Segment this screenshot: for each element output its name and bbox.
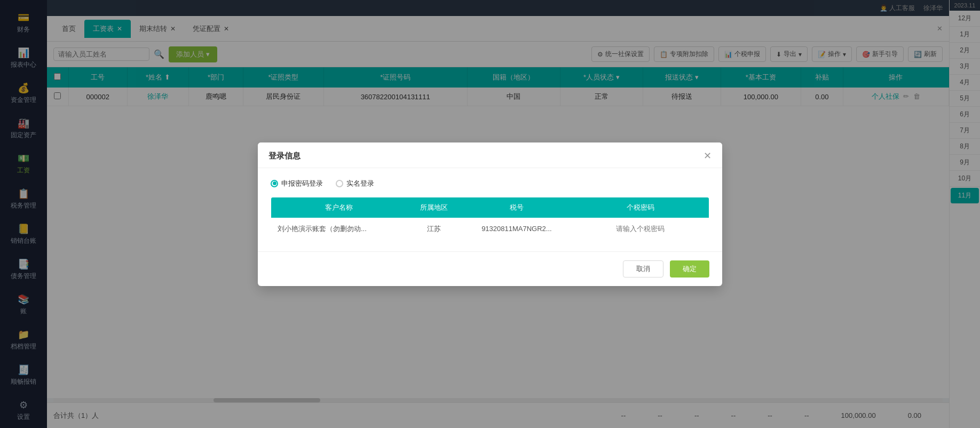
region-cell: 江苏	[407, 218, 461, 241]
tax-password-cell[interactable]	[572, 218, 709, 241]
login-method-group: 申报密码登录 实名登录	[271, 179, 709, 188]
realname-login-label: 实名登录	[346, 179, 374, 188]
dialog-overlay: 登录信息 ✕ 申报密码登录 实名登录 客户名称 所属地区	[0, 0, 980, 428]
password-login-label: 申报密码登录	[281, 179, 323, 188]
password-login-radio[interactable]	[271, 180, 278, 187]
cancel-button[interactable]: 取消	[623, 260, 663, 278]
dialog-title: 登录信息	[268, 151, 301, 161]
realname-login-option[interactable]: 实名登录	[336, 179, 374, 188]
realname-login-radio[interactable]	[336, 180, 343, 187]
client-name-cell: 刘小艳演示账套（勿删勿动...	[271, 218, 407, 241]
col-tax-password: 个税密码	[572, 197, 709, 218]
login-dialog: 登录信息 ✕ 申报密码登录 实名登录 客户名称 所属地区	[258, 142, 722, 286]
tax-id-cell: 91320811MA7NGR2...	[461, 218, 572, 241]
login-info-table: 客户名称 所属地区 税号 个税密码 刘小艳演示账套（勿删勿动... 江苏 913…	[271, 197, 709, 241]
col-client-name: 客户名称	[271, 197, 407, 218]
tax-password-input[interactable]	[579, 225, 702, 233]
confirm-button[interactable]: 确定	[670, 260, 709, 278]
col-region: 所属地区	[407, 197, 461, 218]
col-tax-id: 税号	[461, 197, 572, 218]
password-login-option[interactable]: 申报密码登录	[271, 179, 323, 188]
login-info-row: 刘小艳演示账套（勿删勿动... 江苏 91320811MA7NGR2...	[271, 218, 709, 241]
dialog-close-button[interactable]: ✕	[704, 151, 712, 161]
dialog-body: 申报密码登录 实名登录 客户名称 所属地区 税号 个税密码	[258, 168, 722, 251]
dialog-footer: 取消 确定	[258, 251, 722, 286]
dialog-header: 登录信息 ✕	[258, 142, 722, 168]
